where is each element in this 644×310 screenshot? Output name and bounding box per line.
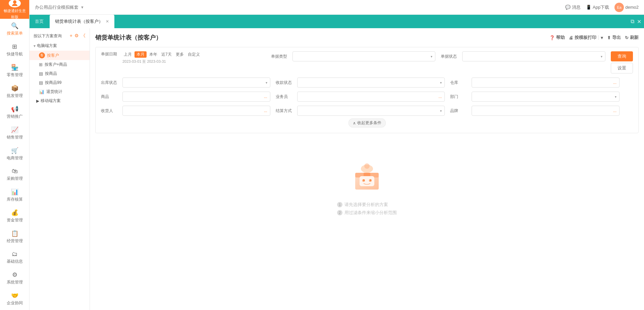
print-divider (598, 35, 599, 40)
print-dropdown-icon[interactable]: ▾ (601, 35, 603, 40)
tab-close-icon[interactable]: ✕ (106, 19, 109, 24)
filter-row-3: 商品 ... 业务员 ... 部门 (101, 92, 633, 102)
empty-illustration (347, 156, 387, 196)
tab-sales-report[interactable]: 销货单统计表（按客户） ✕ (50, 15, 114, 28)
sidebar-item-nav[interactable]: ⊞ 快捷导航 (0, 40, 29, 60)
nav-icon: ⊞ (12, 43, 17, 50)
doc-status-label: 单据状态 (441, 54, 460, 59)
date-tab-last-month[interactable]: 上月 (122, 51, 133, 58)
doc-type-chevron-icon: ▾ (431, 55, 432, 58)
mobile-arrow-icon: ▶ (36, 99, 39, 103)
out-status-chevron-icon: ▾ (266, 81, 267, 85)
payment-status-select[interactable]: ▾ (297, 78, 445, 88)
goods-select[interactable]: ... (122, 92, 270, 102)
system-icon: ⚙ (12, 271, 17, 278)
print-btn[interactable]: 🖨 按模板打印 ▾ (569, 35, 603, 41)
svg-point-10 (370, 179, 371, 181)
warehouse-select[interactable]: ... (472, 78, 620, 88)
tree-child-goods99[interactable]: ▤ 按商品99 (30, 78, 90, 87)
svg-point-9 (363, 179, 365, 181)
add-scheme-icon[interactable]: + (70, 33, 72, 39)
svg-rect-6 (360, 176, 374, 186)
sidebar-item-sales[interactable]: 📈 销售管理 (0, 123, 29, 144)
sidebar-item-system[interactable]: ⚙ 系统管理 (0, 268, 29, 289)
payment-status-label: 收款状态 (276, 80, 294, 86)
tree-parent-desktop[interactable]: ▾ 电脑端方案 (30, 41, 90, 51)
salesperson-select[interactable]: ... (297, 92, 445, 102)
sidebar-item-enterprise[interactable]: 🤝 企业协同 (0, 289, 29, 309)
doc-type-select[interactable]: ▾ (292, 51, 436, 61)
inventory-icon: 📊 (11, 188, 18, 196)
query-button[interactable]: 查询 (611, 51, 633, 61)
doc-status-chevron-icon: ▾ (601, 55, 602, 58)
download-icon: 📱 (586, 5, 591, 10)
tree-parent-mobile[interactable]: ▶ 移动端方案 (30, 96, 90, 105)
tree-child-by-customer[interactable]: 客 按客户 (30, 51, 90, 60)
sidebar-item-inventory[interactable]: 📊 库存核算 (0, 185, 29, 206)
sidebar-item-ecommerce[interactable]: 🛒 电商管理 (0, 144, 29, 164)
collapse-panel-icon[interactable]: 《 (81, 33, 86, 39)
export-btn[interactable]: ⬆ 导出 (607, 35, 621, 41)
date-tab-this-month[interactable]: 本月 (135, 51, 147, 58)
sidebar-item-basic[interactable]: 🗂 基础信息 (0, 247, 29, 268)
doc-type-label: 单据类型 (271, 54, 290, 59)
tree-child-goods[interactable]: ▤ 按商品 (30, 69, 90, 78)
setting-scheme-icon[interactable]: ⚙ (74, 33, 79, 39)
topbar-right: 💬 消息 📱 App下载 Ea demo2 (565, 3, 639, 12)
sidebar-item-wholesale[interactable]: 📦 批发管理 (0, 81, 29, 102)
message-label: 消息 (572, 4, 581, 10)
goods-label: 商品 (101, 94, 120, 100)
collapse-btn[interactable]: ∧ 收起更多条件 (348, 118, 386, 127)
filter-row-2: 出库状态 ▾ 收款状态 ▾ 仓库 (101, 78, 633, 88)
tab-home[interactable]: 首页 (30, 15, 49, 28)
date-tab-7days[interactable]: 近7天 (160, 51, 173, 58)
sidebar-label-sales: 销售管理 (7, 135, 23, 140)
sidebar-item-business[interactable]: 📋 经营管理 (0, 226, 29, 247)
app-name: 畅捷通好生意 (4, 8, 26, 13)
sidebar-label-retail: 零售管理 (7, 72, 23, 78)
user-area[interactable]: Ea demo2 (614, 3, 639, 12)
date-tab-this-year[interactable]: 本年 (148, 51, 159, 58)
doc-status-select[interactable]: ▾ (462, 51, 605, 61)
tree-child-customer-goods[interactable]: ⊞ 按客户+商品 (30, 60, 90, 69)
out-status-label: 出库状态 (101, 80, 120, 86)
table-icon: ▤ (39, 71, 43, 76)
sidebar-item-purchase[interactable]: 🛍 采购管理 (0, 164, 29, 185)
brand-select[interactable]: ... (472, 106, 620, 116)
left-panel-header: 按以下方案查询 + ⚙ 《 (30, 31, 90, 41)
help-btn[interactable]: ❓ 帮助 (549, 35, 565, 41)
sidebar-item-finance[interactable]: 💰 资金管理 (0, 206, 29, 226)
retail-icon: 🏪 (11, 64, 18, 71)
message-btn[interactable]: 💬 消息 (565, 4, 581, 10)
sidebar-item-marketing[interactable]: 📢 营销推广 (0, 102, 29, 123)
sidebar-label-purchase: 采购管理 (7, 176, 23, 182)
dropdown-arrow-icon[interactable]: ▾ (81, 5, 84, 10)
department-label: 部门 (450, 94, 469, 100)
close-window-icon[interactable]: ✕ (637, 18, 641, 25)
sidebar-label-nav: 快捷导航 (7, 51, 23, 57)
print-icon: 🖨 (569, 35, 573, 40)
department-select[interactable]: ▾ (472, 92, 620, 102)
download-btn[interactable]: 📱 App下载 (586, 4, 609, 10)
goods-group: 商品 ... (101, 92, 270, 102)
restore-icon[interactable]: ⧉ (631, 18, 634, 24)
empty-tips-list: 1 请先选择要分析的方案 2 用过滤条件来缩小分析范围 (337, 202, 397, 218)
date-tab-more[interactable]: 更多 (174, 51, 185, 58)
consignee-select[interactable]: ... (122, 106, 270, 116)
brand-dots-icon: ... (613, 108, 616, 113)
sidebar-label-marketing: 营销推广 (7, 114, 23, 119)
topbar: 办公用品行业模拟账套 ▾ 💬 消息 📱 App下载 Ea demo2 (30, 0, 644, 15)
sidebar-item-search[interactable]: 🔍 搜索菜单 (0, 19, 29, 40)
settlement-group: 结算方式 ▾ (276, 106, 445, 116)
date-tab-custom[interactable]: 自定义 (186, 51, 201, 58)
settings-button[interactable]: 设置 (611, 63, 633, 73)
tabbar-right: ⧉ ✕ (631, 18, 644, 25)
out-status-select[interactable]: ▾ (122, 78, 270, 88)
warehouse-group: 仓库 ... (450, 78, 620, 88)
tree-child-returns[interactable]: 📊 退货统计 (30, 87, 90, 96)
sidebar-item-retail[interactable]: 🏪 零售管理 (0, 60, 29, 81)
refresh-btn[interactable]: ↻ 刷新 (625, 35, 639, 41)
sidebar-label-wholesale: 批发管理 (7, 93, 23, 99)
payment-status-group: 收款状态 ▾ (276, 78, 445, 88)
settlement-select[interactable]: ▾ (297, 106, 445, 116)
